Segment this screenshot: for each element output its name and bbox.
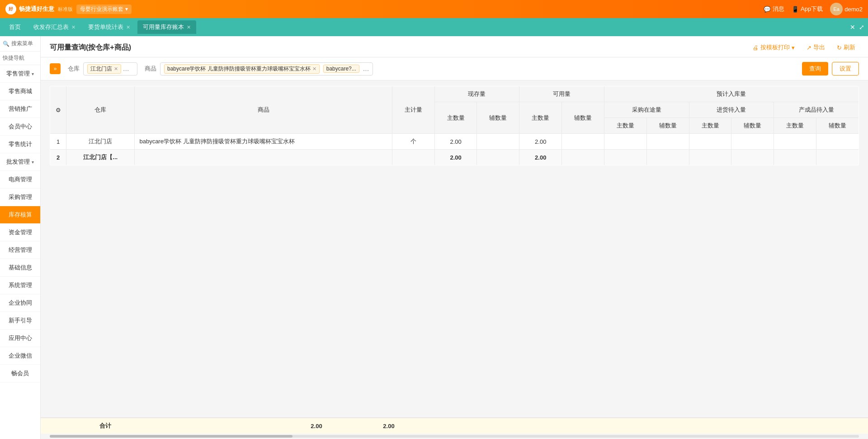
cell-product-aux bbox=[816, 134, 859, 150]
app-icon: 📱 bbox=[792, 6, 799, 13]
brand-icon: 好 bbox=[5, 4, 16, 14]
cell-stock-aux bbox=[477, 134, 519, 150]
scroll-bar[interactable] bbox=[41, 434, 868, 439]
tab-available-ledger[interactable]: 可用量库存账本 ✕ bbox=[137, 20, 196, 34]
chevron-down-icon-2: ▾ bbox=[32, 160, 34, 165]
standard-badge: 标准版 bbox=[58, 6, 73, 13]
brand-logo: 好 畅捷通好生意 bbox=[5, 4, 54, 14]
cell-purchase-main bbox=[604, 150, 646, 165]
tab-order-summary[interactable]: 要货单统计表 ✕ bbox=[83, 20, 136, 34]
app-download-button[interactable]: 📱 App下载 bbox=[792, 5, 823, 13]
product-dots[interactable]: ... bbox=[363, 65, 369, 73]
sidebar-item-new-guide[interactable]: 新手引导 bbox=[0, 312, 40, 330]
settings-icon: ⚙ bbox=[56, 107, 61, 113]
cell-main-unit: 个 bbox=[392, 134, 434, 150]
tab-home[interactable]: 首页 bbox=[4, 20, 26, 34]
sidebar-item-ecommerce[interactable]: 电商管理 bbox=[0, 171, 40, 189]
industry-label: 母婴行业演示账套 bbox=[80, 5, 123, 13]
warehouse-label: 仓库 bbox=[68, 65, 80, 73]
query-button[interactable]: 查询 bbox=[802, 62, 828, 76]
sidebar-item-purchase[interactable]: 采购管理 bbox=[0, 189, 40, 206]
user-profile[interactable]: Ea demo2 bbox=[830, 3, 863, 15]
sidebar-item-member[interactable]: 会员中心 bbox=[0, 118, 40, 136]
refresh-icon: ↻ bbox=[837, 44, 842, 51]
sidebar-item-batch-mgmt[interactable]: 批发管理 ▾ bbox=[0, 153, 40, 171]
main-layout: 🔍 搜索菜单 快捷导航 零售管理 ▾ 零售商城 营销推广 会员中心 零售统计 批… bbox=[0, 36, 868, 439]
tab-order-close[interactable]: ✕ bbox=[126, 24, 130, 30]
retail-mall-label: 零售商城 bbox=[9, 87, 32, 95]
footer-label: 合计 bbox=[99, 422, 154, 430]
new-guide-label: 新手引导 bbox=[9, 316, 32, 325]
cell-purchase-main bbox=[604, 134, 646, 150]
cell-avail-main: 2.00 bbox=[519, 150, 562, 165]
expand-icon[interactable]: ⤢ bbox=[859, 24, 864, 31]
product-tag-1-close[interactable]: ✕ bbox=[312, 66, 316, 72]
col-purchase-sub-header: 采购在途量 bbox=[604, 102, 689, 118]
chevron-down-icon: ▾ bbox=[32, 71, 34, 76]
sidebar-item-operations[interactable]: 经营管理 bbox=[0, 241, 40, 259]
print-template-button[interactable]: 🖨 按模板打印 ▾ bbox=[749, 42, 798, 53]
page-title: 可用量查询(按仓库+商品) bbox=[50, 43, 131, 52]
warehouse-tag-label: 江北门店 bbox=[90, 65, 112, 73]
product-tag-1: babycare学饮杯 儿童防摔防撞吸管杯重力球吸嘴杯宝宝水杯 ✕ bbox=[164, 64, 320, 74]
page-actions: 🖨 按模板打印 ▾ ↗ 导出 ↻ 刷新 bbox=[749, 42, 859, 53]
sidebar-item-basics[interactable]: 基础信息 bbox=[0, 259, 40, 277]
warehouse-dots[interactable]: ... bbox=[123, 65, 129, 73]
tab-receipt-label: 收发存汇总表 bbox=[33, 23, 69, 31]
close-all-icon[interactable]: ✕ bbox=[850, 24, 855, 31]
col-settings-header[interactable]: ⚙ bbox=[50, 86, 66, 134]
product-tag-1-label: babycare学饮杯 儿童防摔防撞吸管杯重力球吸嘴杯宝宝水杯 bbox=[167, 65, 311, 73]
toggle-icon: » bbox=[54, 66, 57, 72]
col-stock-aux-header: 辅数量 bbox=[477, 102, 519, 134]
product-tag-2: babycare?... bbox=[323, 65, 359, 73]
sidebar-item-retail-mgmt[interactable]: 零售管理 ▾ bbox=[0, 65, 40, 83]
warehouse-input[interactable]: 江北门店 ✕ ... bbox=[83, 62, 137, 76]
sidebar-item-corp-wechat[interactable]: 企业微信 bbox=[0, 347, 40, 365]
sidebar-item-retail-mall[interactable]: 零售商城 bbox=[0, 83, 40, 100]
sidebar-item-retail-stats[interactable]: 零售统计 bbox=[0, 136, 40, 153]
col-productm-aux-header: 辅数量 bbox=[816, 118, 859, 134]
cell-avail-aux bbox=[562, 134, 604, 150]
refresh-button[interactable]: ↻ 刷新 bbox=[833, 42, 859, 53]
table-row[interactable]: 2 江北门店【... 2.00 2.00 bbox=[50, 150, 859, 165]
tab-receipt-summary[interactable]: 收发存汇总表 ✕ bbox=[28, 20, 81, 34]
scroll-track bbox=[50, 435, 859, 438]
sidebar-search[interactable]: 🔍 搜索菜单 bbox=[0, 36, 40, 52]
sidebar-quick-nav[interactable]: 快捷导航 bbox=[0, 52, 40, 65]
col-avail-main-header: 主数量 bbox=[519, 102, 562, 134]
cell-avail-main: 2.00 bbox=[519, 134, 562, 150]
search-label: 搜索菜单 bbox=[11, 40, 33, 47]
refresh-label: 刷新 bbox=[844, 43, 855, 52]
sidebar-item-app-center[interactable]: 应用中心 bbox=[0, 330, 40, 347]
sidebar-item-enterprise[interactable]: 企业协同 bbox=[0, 294, 40, 312]
sidebar-item-inventory[interactable]: 库存核算 bbox=[0, 206, 40, 224]
export-button[interactable]: ↗ 导出 bbox=[803, 42, 829, 53]
sidebar-item-system[interactable]: 系统管理 bbox=[0, 277, 40, 294]
tab-bar: 首页 收发存汇总表 ✕ 要货单统计表 ✕ 可用量库存账本 ✕ ✕ ⤢ bbox=[0, 18, 868, 36]
batch-mgmt-label: 批发管理 bbox=[6, 158, 30, 166]
sidebar-item-finance[interactable]: 资金管理 bbox=[0, 224, 40, 241]
export-icon: ↗ bbox=[807, 44, 811, 51]
cell-index: 2 bbox=[50, 150, 66, 165]
sidebar-item-marketing[interactable]: 营销推广 bbox=[0, 100, 40, 118]
footer-avail-main: 2.00 bbox=[371, 423, 407, 430]
message-button[interactable]: 💬 消息 bbox=[764, 5, 784, 13]
filter-row: » 仓库 江北门店 ✕ ... 商品 babycare学饮杯 儿童防摔防撞吸管杯… bbox=[41, 57, 868, 80]
tab-available-close[interactable]: ✕ bbox=[187, 24, 191, 30]
col-avail-aux-header: 辅数量 bbox=[562, 102, 604, 134]
tab-receipt-close[interactable]: ✕ bbox=[71, 24, 75, 30]
avatar: Ea bbox=[830, 3, 843, 15]
product-input[interactable]: babycare学饮杯 儿童防摔防撞吸管杯重力球吸嘴杯宝宝水杯 ✕ babyca… bbox=[160, 62, 373, 76]
warehouse-tag-close[interactable]: ✕ bbox=[114, 66, 118, 72]
industry-selector[interactable]: 母婴行业演示账套 ▾ bbox=[76, 5, 132, 14]
sidebar-item-vip-member[interactable]: 畅会员 bbox=[0, 365, 40, 382]
table-row[interactable]: 1 江北门店 babycare学饮杯 儿童防摔防撞吸管杯重力球吸嘴杯宝宝水杯 个… bbox=[50, 134, 859, 150]
quick-nav-label: 快捷导航 bbox=[3, 54, 24, 62]
settings-button[interactable]: 设置 bbox=[832, 62, 859, 76]
cell-incoming-main bbox=[689, 134, 731, 150]
filter-toggle-button[interactable]: » bbox=[50, 63, 61, 74]
message-icon: 💬 bbox=[764, 6, 771, 13]
warehouse-filter: 仓库 江北门店 ✕ ... bbox=[68, 62, 137, 76]
print-chevron: ▾ bbox=[792, 44, 795, 51]
data-table: ⚙ 仓库 商品 主计量 现存量 可用量 预计入库量 主数量 辅数量 主数量 辅数… bbox=[50, 86, 859, 165]
